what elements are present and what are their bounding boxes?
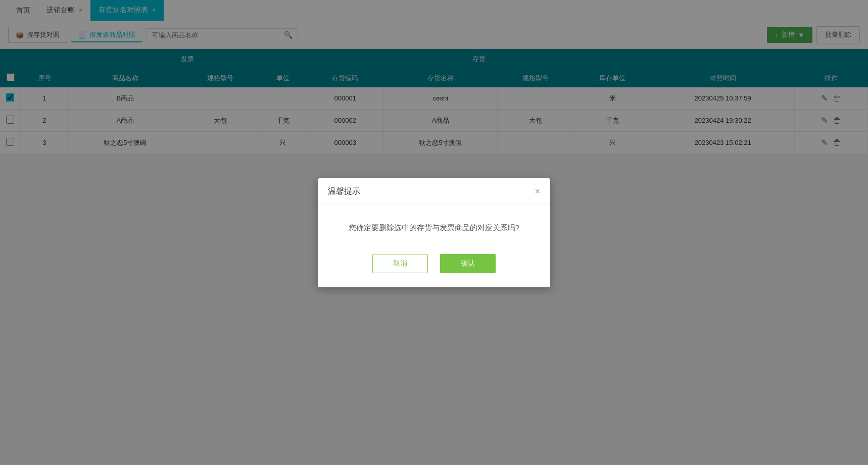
overlay: 温馨提示 × 您确定要删除选中的存货与发票商品的对应关系吗? 取消 确认	[0, 0, 868, 154]
